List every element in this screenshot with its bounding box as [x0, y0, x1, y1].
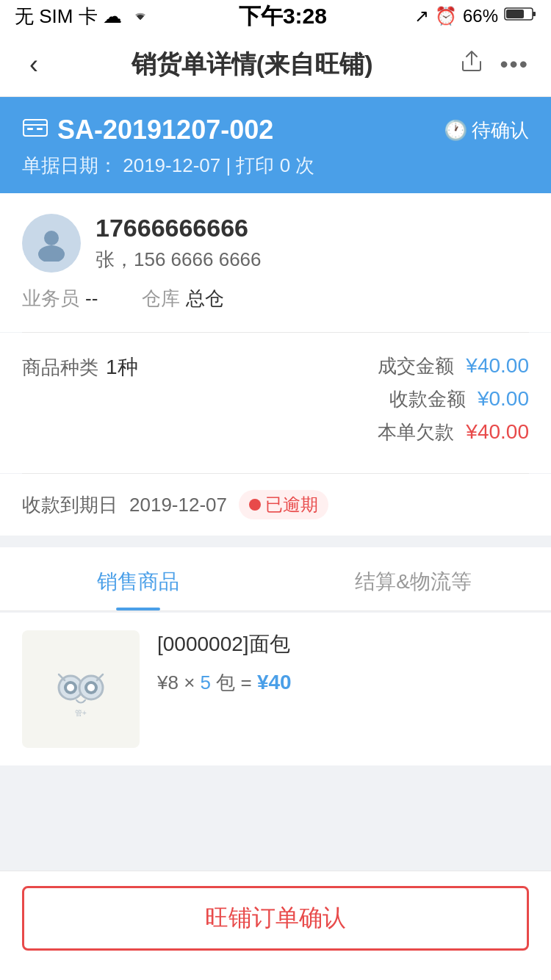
- customer-sub: 张，156 6666 6666: [96, 247, 529, 273]
- svg-point-7: [38, 245, 65, 262]
- amount-row: 成交金额 ¥40.00: [378, 353, 529, 379]
- svg-point-12: [67, 684, 74, 691]
- product-kind: 商品种类 1种: [22, 353, 138, 381]
- order-header: SA-20191207-002 🕐 待确认 单据日期： 2019-12-07 |…: [0, 97, 551, 193]
- salesman-item: 业务员 --: [22, 286, 98, 311]
- product-section: 管+ [0000002]面包 ¥8 × 5 包 = ¥40: [0, 613, 551, 765]
- clock-icon: 🕐: [444, 119, 467, 142]
- tab-settlement[interactable]: 结算&物流等: [276, 547, 551, 610]
- overdue-dot-icon: [249, 499, 261, 511]
- product-price: ¥8 × 5 包 = ¥40: [157, 670, 529, 696]
- customer-section: 17666666666 张，156 6666 6666 业务员 -- 仓库 总仓: [0, 193, 551, 332]
- alarm-icon: ⏰: [435, 6, 457, 26]
- product-total: ¥40: [257, 671, 292, 693]
- customer-info: 17666666666 张，156 6666 6666: [96, 214, 529, 273]
- nav-bar: ‹ 销货单详情(来自旺铺) •••: [0, 32, 551, 97]
- summary-left: 商品种类 1种: [22, 353, 138, 381]
- svg-rect-2: [506, 10, 524, 18]
- kind-label: 商品种类: [22, 355, 98, 381]
- received-value: ¥0.00: [478, 387, 529, 411]
- divider-3: [0, 536, 551, 547]
- svg-rect-5: [37, 128, 43, 130]
- status-text: 待确认: [472, 118, 529, 143]
- share-icon[interactable]: [458, 48, 485, 80]
- battery-text: 66%: [463, 6, 498, 26]
- nav-right-icons: •••: [458, 48, 529, 80]
- warehouse-value: 总仓: [186, 286, 224, 311]
- order-status: 🕐 待确认: [444, 118, 529, 143]
- received-row: 收款金额 ¥0.00: [378, 386, 529, 412]
- svg-rect-4: [27, 128, 33, 130]
- customer-meta: 业务员 -- 仓库 总仓: [22, 286, 529, 311]
- salesman-value: --: [85, 287, 98, 310]
- wifi-icon: [129, 5, 151, 28]
- status-left: 无 SIM 卡 ☁: [15, 4, 151, 29]
- due-date: 2019-12-07: [129, 494, 227, 516]
- location-icon: ↗: [414, 6, 429, 26]
- order-date: 2019-12-07: [123, 154, 220, 176]
- equals-symbol: =: [241, 671, 257, 693]
- svg-text:管+: 管+: [75, 709, 87, 717]
- product-info: [0000002]面包 ¥8 × 5 包 = ¥40: [157, 630, 529, 696]
- battery-icon: [504, 6, 536, 26]
- svg-point-13: [87, 684, 95, 691]
- product-unit: 包: [216, 671, 235, 693]
- due-section: 收款到期日 2019-12-07 已逾期: [0, 474, 551, 536]
- salesman-label: 业务员: [22, 286, 79, 311]
- more-icon[interactable]: •••: [500, 51, 529, 78]
- back-button[interactable]: ‹: [22, 42, 46, 87]
- tabs-section: 销售商品 结算&物流等: [0, 547, 551, 611]
- tab-products[interactable]: 销售商品: [0, 547, 276, 610]
- order-id-row: SA-20191207-002: [22, 115, 273, 145]
- owe-label: 本单欠款: [378, 419, 454, 445]
- status-bar: 无 SIM 卡 ☁ 下午3:28 ↗ ⏰ 66%: [0, 0, 551, 32]
- received-label: 收款金额: [389, 386, 466, 412]
- status-time: 下午3:28: [239, 1, 327, 32]
- order-icon: [22, 115, 48, 145]
- product-name: [0000002]面包: [157, 630, 529, 658]
- amount-label: 成交金额: [378, 353, 454, 379]
- product-thumbnail: 管+: [22, 630, 140, 748]
- order-id-text: SA-20191207-002: [57, 115, 273, 145]
- print-info: | 打印 0 次: [226, 154, 314, 176]
- product-qty: 5: [201, 671, 211, 693]
- order-date-row: 单据日期： 2019-12-07 | 打印 0 次: [22, 153, 529, 179]
- svg-rect-3: [24, 120, 47, 136]
- no-sim-text: 无 SIM 卡 ☁: [15, 4, 122, 29]
- summary-section: 商品种类 1种 成交金额 ¥40.00 收款金额 ¥0.00 本单欠款 ¥40.…: [0, 333, 551, 473]
- product-logo-icon: 管+: [44, 660, 118, 718]
- due-label: 收款到期日: [22, 492, 118, 518]
- multiply-symbol: ×: [184, 671, 200, 693]
- amount-value: ¥40.00: [466, 354, 529, 378]
- price-value: ¥8: [157, 671, 179, 693]
- owe-row: 本单欠款 ¥40.00: [378, 419, 529, 445]
- warehouse-label: 仓库: [142, 286, 180, 311]
- customer-phone: 17666666666: [96, 214, 529, 242]
- bottom-button-container: 旺铺订单确认: [0, 871, 551, 980]
- overdue-text: 已逾期: [265, 493, 318, 516]
- owe-value: ¥40.00: [466, 420, 529, 444]
- warehouse-item: 仓库 总仓: [142, 286, 224, 311]
- customer-avatar: [22, 214, 81, 273]
- confirm-order-button[interactable]: 旺铺订单确认: [22, 886, 529, 951]
- summary-right: 成交金额 ¥40.00 收款金额 ¥0.00 本单欠款 ¥40.00: [378, 353, 529, 453]
- svg-rect-1: [533, 12, 536, 16]
- page-title: 销货单详情(来自旺铺): [132, 48, 373, 82]
- kind-value: 1种: [106, 353, 138, 381]
- date-label: 单据日期：: [22, 154, 118, 176]
- status-right: ↗ ⏰ 66%: [414, 6, 536, 26]
- svg-point-6: [44, 231, 59, 245]
- overdue-badge: 已逾期: [239, 490, 328, 519]
